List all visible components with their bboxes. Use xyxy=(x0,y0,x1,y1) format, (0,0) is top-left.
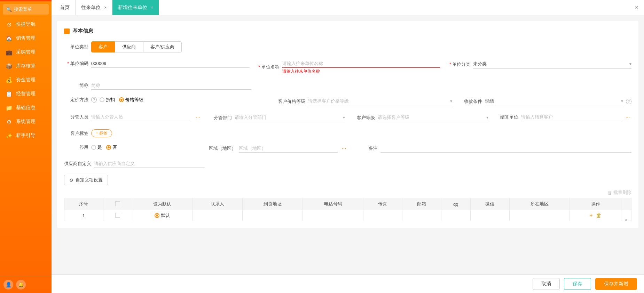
radio-no[interactable]: 否 xyxy=(106,144,117,150)
region-label: 区域（地区） xyxy=(209,145,236,152)
tab-bar: 首页 往来单位 × 新增往来单位 × × xyxy=(52,0,644,15)
unit-category-select[interactable]: 未分类 ▾ xyxy=(473,59,631,69)
default-radio-circle xyxy=(155,213,159,218)
customer-level-select[interactable]: 请选择客户等级 ▾ xyxy=(378,113,488,122)
sidebar-item-quicknav[interactable]: ⊙ 快捷导航 xyxy=(0,17,52,31)
customer-price-level-select[interactable]: 请选择客户价格等级 ▾ xyxy=(308,97,452,106)
payment-terms-select[interactable]: 现结 ▾ xyxy=(485,97,623,106)
cell-region xyxy=(509,210,570,221)
sidebar-item-system-label: 系统管理 xyxy=(16,119,36,125)
supplier-custom-input[interactable] xyxy=(94,160,205,168)
window-close-button[interactable]: × xyxy=(632,4,641,11)
field-customer-level: 客户等级 请选择客户等级 ▾ xyxy=(351,113,488,122)
short-name-label: 简称 xyxy=(64,82,88,89)
batch-delete-btn[interactable]: 🗑 批量删除 xyxy=(64,189,631,196)
sidebar-item-newbie[interactable]: ✨ 新手引导 xyxy=(0,129,52,143)
dept-placeholder: 请输入分管部门 xyxy=(235,114,266,121)
batch-delete-label: 批量删除 xyxy=(613,189,631,196)
sidebar-search[interactable]: 🔍 搜索菜单 xyxy=(3,4,49,15)
cell-wechat xyxy=(470,210,509,221)
note-input[interactable] xyxy=(380,144,631,153)
sidebar-item-sales[interactable]: 🏠 销售管理 xyxy=(0,31,52,45)
pricing-help-icon[interactable]: ? xyxy=(91,97,97,103)
settlement-unit-input[interactable] xyxy=(521,113,621,121)
sidebar: 🔍 搜索菜单 ⊙ 快捷导航 🏠 销售管理 💼 采购管理 📦 库存核算 💰 资金管… xyxy=(0,0,52,293)
field-customer-price-level: 客户价格等级 请选择客户价格等级 ▾ xyxy=(278,97,452,106)
region-input[interactable] xyxy=(239,144,338,153)
radio-yes[interactable]: 是 xyxy=(91,144,102,150)
delete-row-btn[interactable]: 🗑 xyxy=(595,212,603,218)
field-disable: 停用 是 否 xyxy=(64,144,203,150)
note-label: 备注 xyxy=(353,145,378,152)
region-dots-btn[interactable]: ··· xyxy=(340,145,348,152)
add-row-btn[interactable]: + xyxy=(588,212,594,218)
radio-price-level[interactable]: 价格等级 xyxy=(119,97,143,103)
user-icon[interactable]: 👤 xyxy=(3,280,13,290)
radio-no-label: 否 xyxy=(112,144,117,150)
manager-dots-btn[interactable]: ··· xyxy=(194,114,202,120)
type-btn-supplier[interactable]: 供应商 xyxy=(115,41,143,52)
radio-discount[interactable]: 折扣 xyxy=(100,97,115,103)
notification-icon[interactable]: 🔔 xyxy=(16,280,26,290)
customer-price-level-placeholder: 请选择客户价格等级 xyxy=(308,98,349,104)
unit-name-wrapper: 请输入往来单位名称 xyxy=(282,59,441,74)
sidebar-item-basic[interactable]: 📁 基础信息 xyxy=(0,101,52,115)
sidebar-item-newbie-label: 新手引导 xyxy=(16,132,36,139)
section-title: 基本信息 xyxy=(64,28,631,34)
default-radio[interactable]: 默认 xyxy=(136,212,189,219)
col-fax: 传真 xyxy=(363,198,402,210)
inventory-icon: 📦 xyxy=(6,63,13,70)
sidebar-item-operations-label: 经营管理 xyxy=(16,91,36,97)
cancel-button[interactable]: 取消 xyxy=(533,278,560,290)
sidebar-item-purchase[interactable]: 💼 采购管理 xyxy=(0,45,52,59)
type-btn-both[interactable]: 客户/供应商 xyxy=(143,41,182,52)
col-contact: 联系人 xyxy=(193,198,242,210)
dept-select[interactable]: 请输入分管部门 ▾ xyxy=(235,113,345,122)
custom-settings-btn[interactable]: ⚙ 自定义项设置 xyxy=(64,175,108,185)
basic-info-card: 基本信息 单位类型 客户 供应商 客户/供应商 单位编码 单位名称 xyxy=(57,21,638,228)
tab-home[interactable]: 首页 xyxy=(54,0,76,15)
field-manager: 分管人员 ··· xyxy=(64,113,202,121)
sidebar-item-inventory[interactable]: 📦 库存核算 xyxy=(0,59,52,73)
field-unit-code: 单位编码 xyxy=(64,59,250,68)
cell-actions: + 🗑 xyxy=(570,210,621,221)
save-and-new-button[interactable]: 保存并新增 xyxy=(595,278,637,290)
row-supplier-custom: 供应商自定义 xyxy=(64,160,631,168)
unit-type-row: 单位类型 客户 供应商 客户/供应商 xyxy=(64,41,631,52)
trash-icon: 🗑 xyxy=(607,190,612,195)
row-checkbox[interactable] xyxy=(115,213,120,218)
purchase-icon: 💼 xyxy=(6,49,13,56)
type-btn-customer[interactable]: 客户 xyxy=(91,41,115,52)
tab-partners-close[interactable]: × xyxy=(104,5,107,10)
system-icon: ⚙ xyxy=(6,118,13,125)
save-button[interactable]: 保存 xyxy=(564,278,591,290)
settlement-unit-label: 结算单位 xyxy=(494,114,518,120)
scrollbar-thumb xyxy=(625,219,627,221)
quicknav-icon: ⊙ xyxy=(6,21,13,28)
customer-tag-btn[interactable]: + 标签 xyxy=(91,129,112,137)
operations-icon: 📋 xyxy=(6,90,13,97)
sidebar-item-system[interactable]: ⚙ 系统管理 xyxy=(0,115,52,129)
col-phone: 电话号码 xyxy=(303,198,363,210)
unit-name-input[interactable] xyxy=(282,59,441,68)
short-name-input[interactable] xyxy=(91,81,251,90)
unit-code-input[interactable] xyxy=(91,59,250,68)
sidebar-item-finance[interactable]: 💰 资金管理 xyxy=(0,73,52,87)
field-customer-tag: 客户标签 + 标签 xyxy=(64,129,205,137)
col-address: 到货地址 xyxy=(242,198,303,210)
tab-new-partner-close[interactable]: × xyxy=(151,5,153,10)
col-email: 邮箱 xyxy=(402,198,441,210)
payment-terms-help-icon[interactable]: ? xyxy=(626,99,631,104)
finance-icon: 💰 xyxy=(6,76,13,83)
sidebar-item-operations[interactable]: 📋 经营管理 xyxy=(0,87,52,101)
tab-new-partner[interactable]: 新增往来单位 × xyxy=(112,0,159,15)
tab-home-label: 首页 xyxy=(60,5,70,11)
tab-partners[interactable]: 往来单位 × xyxy=(76,0,112,15)
sidebar-item-quicknav-label: 快捷导航 xyxy=(16,21,36,27)
select-all-checkbox[interactable] xyxy=(115,201,120,206)
manager-input[interactable] xyxy=(91,113,191,121)
tab-new-partner-label: 新增往来单位 xyxy=(118,5,147,11)
settlement-unit-dots-btn[interactable]: ··· xyxy=(624,114,631,120)
col-actions: 操作 xyxy=(570,198,621,210)
dept-chevron: ▾ xyxy=(343,115,345,120)
